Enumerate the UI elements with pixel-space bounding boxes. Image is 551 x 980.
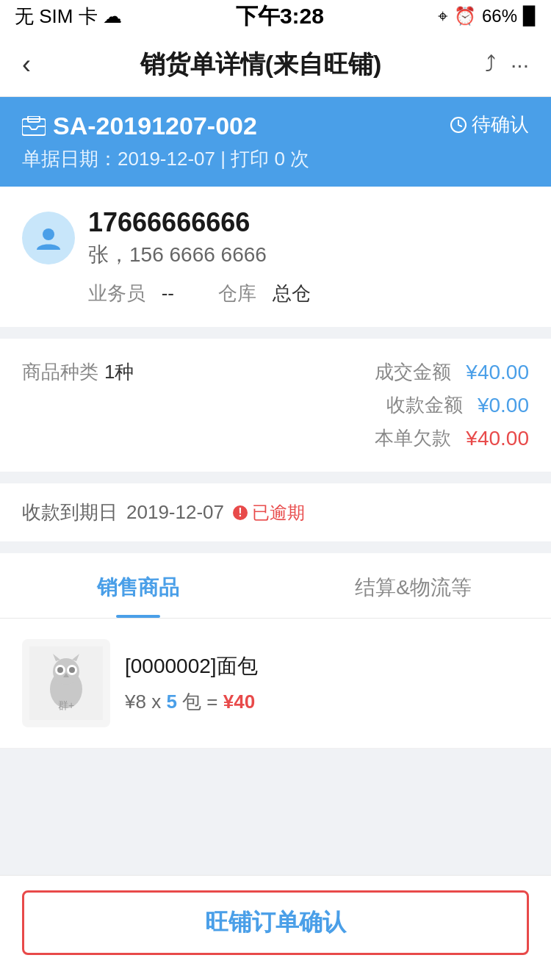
sales-rep-field: 业务员 --: [88, 281, 174, 306]
nav-bar: ‹ 销货单详情(来自旺铺) ⤴ ···: [0, 32, 551, 97]
status-time: 下午3:28: [236, 1, 324, 32]
confirm-order-button[interactable]: 旺铺订单确认: [22, 890, 529, 955]
collection-label: 收款金额: [386, 392, 463, 418]
product-list: 群+ [0000002]面包 ¥8 x 5 包 = ¥40: [0, 619, 551, 749]
sales-rep-value: --: [162, 282, 174, 304]
status-left: 无 SIM 卡 ☁: [15, 4, 122, 29]
collection-value: ¥0.00: [478, 394, 529, 417]
product-pricing: ¥8 x 5 包 = ¥40: [125, 689, 529, 715]
product-types-field: 商品种类 1种: [22, 359, 134, 385]
more-button[interactable]: ···: [511, 52, 529, 77]
overdue-text: 已逾期: [252, 501, 305, 525]
tabs-section: 销售商品 结算&物流等: [0, 553, 551, 619]
product-image: 群+: [29, 646, 103, 720]
order-status: 待确认: [450, 112, 529, 137]
order-banner: SA-20191207-002 单据日期：2019-12-07 | 打印 0 次…: [0, 97, 551, 187]
sales-rep-label: 业务员: [88, 282, 145, 304]
tabs-bar: 销售商品 结算&物流等: [0, 553, 551, 619]
multiply-sign: x: [151, 691, 166, 713]
customer-section: 17666666666 张，156 6666 6666 业务员 -- 仓库 总仓: [0, 187, 551, 327]
tab-settlement[interactable]: 结算&物流等: [276, 553, 551, 618]
due-date-section: 收款到期日 2019-12-07 ! 已逾期: [0, 483, 551, 541]
share-button[interactable]: ⤴: [485, 52, 496, 77]
bottom-bar: 旺铺订单确认: [0, 875, 551, 980]
avatar: [22, 212, 75, 264]
customer-contact: 张，156 6666 6666: [88, 241, 267, 269]
customer-meta: 业务员 -- 仓库 总仓: [22, 281, 529, 306]
unit: 包: [182, 691, 201, 713]
overdue-badge: ! 已逾期: [233, 501, 305, 525]
warehouse-label: 仓库: [218, 282, 256, 304]
product-types-label: 商品种类: [22, 359, 98, 385]
product-name: [0000002]面包: [125, 652, 529, 680]
status-right: ⌖ ⏰ 66% ▉: [438, 6, 536, 26]
transaction-amount-row: 成交金额 ¥40.00: [375, 359, 529, 385]
clock-icon: [450, 116, 467, 134]
status-bar: 无 SIM 卡 ☁ 下午3:28 ⌖ ⏰ 66% ▉: [0, 0, 551, 32]
svg-text:群+: 群+: [58, 699, 74, 711]
product-types-value: 1种: [104, 359, 134, 385]
unit-price: ¥8: [125, 691, 146, 713]
back-button[interactable]: ‹: [22, 49, 66, 80]
transaction-label: 成交金额: [375, 359, 451, 385]
warehouse-field: 仓库 总仓: [218, 281, 311, 306]
total-price: ¥40: [223, 691, 255, 713]
customer-phone: 17666666666: [88, 207, 267, 238]
svg-point-3: [43, 228, 54, 240]
due-date-label: 收款到期日: [22, 500, 118, 525]
product-item: 群+ [0000002]面包 ¥8 x 5 包 = ¥40: [0, 619, 551, 749]
order-date: 单据日期：2019-12-07 | 打印 0 次: [22, 146, 309, 172]
order-id: SA-20191207-002: [22, 112, 309, 140]
owed-value: ¥40.00: [466, 427, 529, 450]
transaction-value: ¥40.00: [466, 361, 529, 384]
overdue-icon: !: [233, 505, 248, 520]
summary-left: 商品种类 1种: [22, 359, 134, 385]
status-text: 待确认: [472, 112, 529, 137]
alarm-icon: ⏰: [454, 6, 476, 26]
customer-top: 17666666666 张，156 6666 6666: [22, 207, 529, 269]
summary-section: 商品种类 1种 成交金额 ¥40.00 收款金额 ¥0.00 本单欠款 ¥40.…: [0, 339, 551, 472]
svg-point-10: [69, 667, 75, 673]
owed-label: 本单欠款: [375, 425, 451, 451]
battery-icon: ▉: [523, 6, 536, 26]
quantity: 5: [166, 691, 176, 713]
tab-sales-products[interactable]: 销售商品: [0, 553, 276, 618]
equals-sign: =: [206, 691, 223, 713]
collection-amount-row: 收款金额 ¥0.00: [386, 392, 529, 418]
no-sim-text: 无 SIM 卡 ☁: [15, 4, 122, 29]
owed-amount-row: 本单欠款 ¥40.00: [375, 425, 529, 451]
due-date-value: 2019-12-07: [126, 501, 224, 524]
summary-right: 成交金额 ¥40.00 收款金额 ¥0.00 本单欠款 ¥40.00: [375, 359, 529, 451]
warehouse-value: 总仓: [273, 282, 311, 304]
battery-text: 66%: [482, 6, 517, 26]
location-icon: ⌖: [438, 6, 448, 26]
product-thumbnail: 群+: [22, 639, 110, 727]
order-icon: [22, 116, 46, 137]
page-title: 销货单详情(来自旺铺): [66, 48, 455, 82]
nav-actions: ⤴ ···: [455, 52, 529, 77]
svg-point-8: [57, 667, 63, 673]
product-info: [0000002]面包 ¥8 x 5 包 = ¥40: [125, 639, 529, 727]
